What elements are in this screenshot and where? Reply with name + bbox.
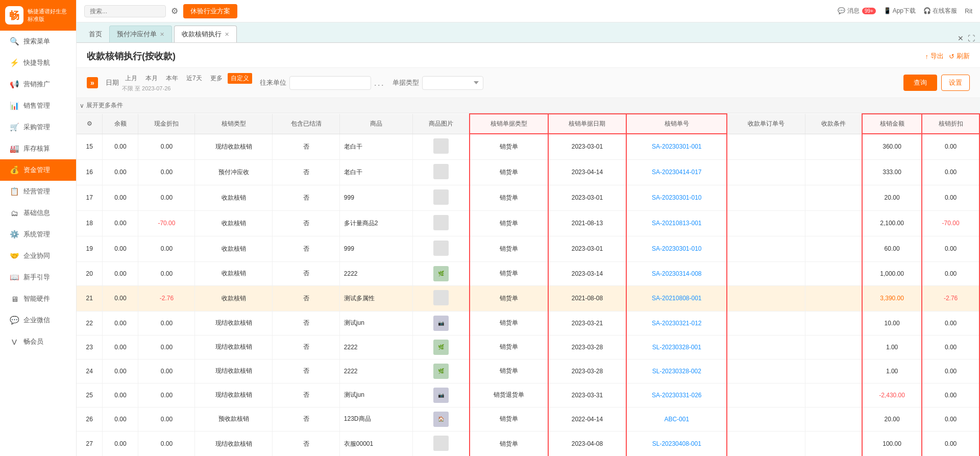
cell-payment-cond	[805, 185, 862, 210]
sidebar-item-marketing[interactable]: 📢 营销推广	[0, 74, 76, 95]
sidebar-item-quick[interactable]: ⚡ 快捷导航	[0, 52, 76, 74]
setting-button[interactable]: 设置	[941, 75, 970, 91]
company-filter-input[interactable]	[289, 76, 371, 90]
bill-no-link[interactable]: SA-20230314-008	[652, 270, 701, 277]
bill-no-link[interactable]: SA-20210813-001	[652, 220, 701, 227]
sidebar-item-member[interactable]: V 畅会员	[0, 331, 76, 352]
cell-bill-no[interactable]: SA-20230414-017	[626, 159, 727, 185]
tab-receipts[interactable]: 收款核销执行 ✕	[174, 26, 237, 42]
logo-icon: 畅	[5, 6, 23, 25]
tab-expand-icon[interactable]: ⛶	[968, 34, 975, 42]
cell-discount: 0.00	[922, 383, 979, 407]
cell-type: 收款核销	[195, 285, 273, 311]
date-prev-month-btn[interactable]: 上月	[122, 73, 140, 84]
tab-close-all-icon[interactable]: ✕	[958, 34, 964, 42]
query-button[interactable]: 查询	[903, 75, 937, 91]
app-download-link[interactable]: 📱 App下载	[884, 7, 916, 15]
cell-bill-no[interactable]: SL-20230328-002	[626, 359, 727, 383]
cell-bill-no[interactable]: SA-20210808-001	[626, 285, 727, 311]
sidebar-item-search[interactable]: 🔍 搜索菜单	[0, 31, 76, 52]
service-link[interactable]: 🎧 在线客服	[923, 7, 957, 15]
expand-more-btn[interactable]: ∨ 展开更多条件	[80, 101, 977, 110]
tab-prepay[interactable]: 预付冲应付单 ✕	[109, 26, 172, 42]
bill-no-link[interactable]: SA-20210808-001	[652, 295, 701, 302]
cell-bill-no[interactable]: SA-20210813-001	[626, 210, 727, 236]
cell-bill-no[interactable]: SL-20230328-001	[626, 335, 727, 359]
cell-id: 20	[77, 261, 103, 285]
tab-home[interactable]: 首页	[82, 26, 109, 42]
cell-discount: 0.00	[922, 431, 979, 456]
sidebar-item-wechat[interactable]: 💬 企业微信	[0, 309, 76, 331]
cell-bill-no[interactable]: SA-20230321-012	[626, 311, 727, 335]
basicinfo-icon: 🗂	[9, 209, 19, 218]
company-filter-dots[interactable]: ...	[374, 78, 385, 88]
bill-no-link[interactable]: SL-20230328-001	[652, 344, 701, 351]
col-type: 核销类型	[195, 114, 273, 134]
date-year-btn[interactable]: 本年	[163, 73, 181, 84]
col-cash-discount: 现金折扣	[138, 114, 195, 134]
col-settings[interactable]: ⚙	[77, 114, 103, 134]
cell-bill-no[interactable]: ABC-001	[626, 407, 727, 431]
cell-balance: 0.00	[103, 236, 138, 261]
sidebar-item-basicinfo[interactable]: 🗂 基础信息	[0, 202, 76, 224]
data-table-container: ⚙ 余额 现金折扣 核销类型 包含已结清 商品 商品图片 核销单据类型 核销单据…	[77, 113, 980, 456]
cell-discount: 0.00	[922, 407, 979, 431]
sidebar-item-system[interactable]: ⚙️ 系统管理	[0, 224, 76, 245]
solution-button[interactable]: 休验行业方案	[183, 4, 237, 18]
cell-amount: 2,100.00	[862, 210, 922, 236]
cell-payment-cond	[805, 261, 862, 285]
date-custom-btn[interactable]: 自定义	[228, 73, 252, 84]
cell-type: 现结收款核销	[195, 431, 273, 456]
cell-balance: 0.00	[103, 185, 138, 210]
cell-bill-no[interactable]: SA-20230331-026	[626, 383, 727, 407]
bill-no-link[interactable]: SA-20230414-017	[652, 169, 701, 176]
tab-prepay-close[interactable]: ✕	[160, 31, 164, 38]
bill-no-link[interactable]: SA-20230331-026	[652, 392, 701, 399]
user-name[interactable]: Rit	[965, 8, 972, 15]
sidebar-item-inventory[interactable]: 🏭 库存核算	[0, 138, 76, 159]
sidebar-item-label: 营销推广	[23, 80, 50, 89]
cell-balance: 0.00	[103, 407, 138, 431]
billtype-filter-select[interactable]	[422, 76, 483, 90]
cell-type: 预收款核销	[195, 407, 273, 431]
date-curr-month-btn[interactable]: 本月	[142, 73, 161, 84]
date-7days-btn[interactable]: 近7天	[183, 73, 205, 84]
cell-bill-no[interactable]: SL-20230408-001	[626, 431, 727, 456]
bill-no-link[interactable]: SA-20230301-010	[652, 245, 701, 252]
inventory-icon: 🏭	[9, 144, 19, 153]
bill-no-link[interactable]: SA-20230301-001	[652, 143, 701, 150]
sidebar-item-hardware[interactable]: 🖥 智能硬件	[0, 288, 76, 309]
gear-icon[interactable]: ⚙	[171, 6, 178, 16]
cell-discount: -2.76	[922, 285, 979, 311]
bill-no-link[interactable]: SA-20230321-012	[652, 320, 701, 327]
table-row: 230.000.00现结收款核销否2222🌿销货单2023-03-28SL-20…	[77, 335, 979, 359]
management-icon: 📋	[9, 187, 19, 196]
date-more-btn[interactable]: 更多	[207, 73, 226, 84]
cell-cash-discount: 0.00	[138, 159, 195, 185]
filter-expand-button[interactable]: »	[87, 77, 98, 88]
bill-no-link[interactable]: ABC-001	[664, 416, 689, 423]
cell-bill-no[interactable]: SA-20230301-010	[626, 185, 727, 210]
bill-no-link[interactable]: SL-20230408-001	[652, 440, 701, 447]
bill-no-link[interactable]: SA-20230301-010	[652, 194, 701, 201]
finance-icon: 💰	[9, 165, 19, 175]
refresh-button[interactable]: ↺ 刷新	[949, 52, 970, 61]
cell-discount: 0.00	[922, 185, 979, 210]
sidebar-item-sales[interactable]: 📊 销售管理	[0, 95, 76, 116]
cell-bill-no[interactable]: SA-20230301-010	[626, 236, 727, 261]
page-actions: ↑ 导出 ↺ 刷新	[925, 52, 970, 61]
cell-bill-no[interactable]: SA-20230314-008	[626, 261, 727, 285]
export-button[interactable]: ↑ 导出	[925, 52, 944, 61]
sidebar-item-purchase[interactable]: 🛒 采购管理	[0, 116, 76, 138]
sidebar-item-cooperation[interactable]: 🤝 企业协同	[0, 245, 76, 267]
cell-img	[412, 236, 470, 261]
bill-no-link[interactable]: SL-20230328-002	[652, 368, 701, 375]
sidebar-item-guide[interactable]: 📖 新手引导	[0, 267, 76, 288]
tab-receipts-close[interactable]: ✕	[225, 31, 229, 38]
sidebar-item-management[interactable]: 📋 经营管理	[0, 181, 76, 202]
search-input[interactable]	[84, 5, 166, 17]
sidebar-item-finance[interactable]: 💰 资金管理	[0, 159, 76, 181]
cell-bill-date: 2023-04-08	[548, 431, 627, 456]
cell-bill-no[interactable]: SA-20230301-001	[626, 134, 727, 159]
messages-link[interactable]: 💬 消息 99+	[838, 7, 876, 15]
